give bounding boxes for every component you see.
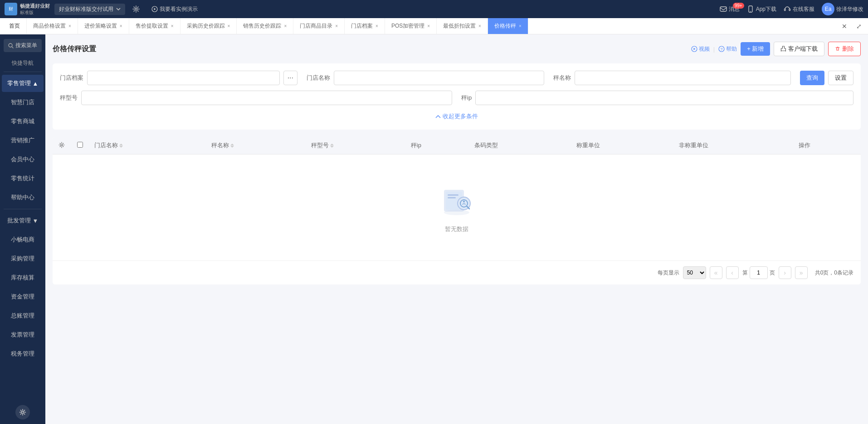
delete-button[interactable]: 删除 xyxy=(828,42,861,56)
sort-scale-name[interactable]: 秤名称 xyxy=(211,141,300,149)
page-number-input[interactable] xyxy=(750,266,768,279)
tab-price-settings[interactable]: 商品价格设置 × xyxy=(27,18,78,34)
svg-rect-5 xyxy=(785,9,786,11)
sort-scale-model[interactable]: 秤型号 xyxy=(311,141,400,149)
sidebar-item-tax[interactable]: 税务管理 xyxy=(2,345,44,362)
tab-close-sale-history[interactable]: × xyxy=(284,24,287,29)
tab-close-purchase-strategy[interactable]: × xyxy=(120,24,122,29)
message-icon xyxy=(720,5,727,13)
app-download-button[interactable]: App下载 xyxy=(747,5,776,13)
per-page-select[interactable]: 10 20 50 100 xyxy=(683,266,706,279)
help-button[interactable]: ? 帮助 xyxy=(718,45,737,53)
empty-state: 暂无数据 xyxy=(53,154,861,260)
svg-point-9 xyxy=(22,411,24,414)
prev-page-button[interactable]: ‹ xyxy=(726,266,739,279)
message-button[interactable]: 消息 99+ xyxy=(720,5,740,13)
sidebar-item-ledger[interactable]: 总账管理 xyxy=(2,307,44,324)
sidebar-quick-nav[interactable]: 快捷导航 xyxy=(0,57,45,70)
th-store-name: 门店名称 xyxy=(89,137,206,154)
page-title: 价格传秤设置 xyxy=(53,44,96,54)
version-selector[interactable]: 好业财标准版交付试用 xyxy=(54,4,125,15)
sidebar-item-retail-stats[interactable]: 零售统计 xyxy=(2,170,44,187)
first-page-button[interactable]: « xyxy=(710,266,722,279)
collapse-button[interactable]: 收起更多条件 xyxy=(434,111,480,122)
per-page-label: 每页显示 xyxy=(658,269,679,277)
pagination-bar: 每页显示 10 20 50 100 « ‹ 算 页 › » 共0页，0条记录 xyxy=(53,260,861,284)
store-file-dots-button[interactable]: ··· xyxy=(283,71,297,85)
sidebar-item-wholesale[interactable]: 批发管理 ▼ xyxy=(2,212,44,229)
content-area: 价格传秤设置 视频 | ? 帮助 xyxy=(45,34,868,424)
tab-close-price-scale[interactable]: × xyxy=(519,24,522,29)
scale-ip-label: 秤ip xyxy=(461,94,472,102)
sidebar-item-smart-store[interactable]: 智慧门店 xyxy=(2,94,44,111)
tab-expand-button[interactable]: ⤢ xyxy=(853,20,865,33)
add-button[interactable]: + 新增 xyxy=(741,42,770,56)
total-info: 共0页，0条记录 xyxy=(815,269,853,277)
demo-button[interactable]: 我要看实例演示 xyxy=(151,5,198,13)
video-icon xyxy=(691,46,697,52)
search-button[interactable]: 查询 xyxy=(800,71,824,85)
sidebar-item-purchase[interactable]: 采购管理 xyxy=(2,250,44,267)
scale-name-input[interactable] xyxy=(575,71,791,85)
last-page-button[interactable]: » xyxy=(795,266,808,279)
tab-bar-actions: ✕ ⤢ xyxy=(838,20,865,33)
th-settings xyxy=(53,137,71,154)
play-icon xyxy=(151,6,158,12)
sidebar-item-invoice[interactable]: 发票管理 xyxy=(2,326,44,343)
svg-text:?: ? xyxy=(721,47,723,52)
tab-close-purchase-history[interactable]: × xyxy=(228,24,230,29)
sidebar-item-retail[interactable]: 零售管理 ▲ xyxy=(2,75,44,92)
app-sub: 标准版 xyxy=(20,10,50,16)
tab-store-catalog[interactable]: 门店商品目录 × xyxy=(293,18,345,34)
version-label: 好业财标准版交付试用 xyxy=(59,5,113,13)
store-name-input[interactable] xyxy=(334,71,544,85)
settings-filter-button[interactable]: 设置 xyxy=(828,71,853,85)
tab-sale-history[interactable]: 销售历史价跟踪 × xyxy=(237,18,293,34)
online-service-button[interactable]: 在线客服 xyxy=(784,5,814,13)
gear-icon xyxy=(132,5,140,13)
tab-sale-extract[interactable]: 售价提取设置 × xyxy=(129,18,180,34)
th-scale-ip: 秤ip xyxy=(405,137,469,154)
scale-model-input[interactable] xyxy=(81,91,452,105)
sidebar-item-help[interactable]: 帮助中心 xyxy=(2,189,44,206)
store-file-input[interactable] xyxy=(87,71,280,85)
tab-close-sale-extract[interactable]: × xyxy=(171,24,174,29)
sidebar-item-retail-mall[interactable]: 零售商城 xyxy=(2,113,44,130)
help-label: 帮助 xyxy=(726,45,737,53)
tab-price-scale[interactable]: 价格传秤 × xyxy=(488,18,528,34)
tab-pos-manage[interactable]: POS加密管理 × xyxy=(385,18,437,34)
sort-store-name[interactable]: 门店名称 xyxy=(94,141,200,149)
sidebar-gear-button[interactable] xyxy=(15,405,30,419)
tab-close-button[interactable]: ✕ xyxy=(838,20,851,33)
tab-close-price-settings[interactable]: × xyxy=(68,24,71,29)
next-page-button[interactable]: › xyxy=(779,266,791,279)
tab-close-store-files[interactable]: × xyxy=(375,24,378,29)
tab-store-files[interactable]: 门店档案 × xyxy=(345,18,385,34)
sidebar-item-ecommerce[interactable]: 小畅电商 xyxy=(2,231,44,248)
sidebar-item-marketing[interactable]: 营销推广 xyxy=(2,132,44,149)
wholesale-label: 批发管理 xyxy=(7,217,31,225)
sidebar-item-inventory[interactable]: 库存核算 xyxy=(2,269,44,286)
tab-min-discount[interactable]: 最低折扣设置 × xyxy=(437,18,488,34)
sidebar-divider-1 xyxy=(4,72,42,72)
tab-close-pos-manage[interactable]: × xyxy=(427,24,430,29)
video-button[interactable]: 视频 xyxy=(691,45,710,53)
user-menu-button[interactable]: Ea 徐泽华修改 xyxy=(822,3,863,15)
tab-purchase-history[interactable]: 采购历史价跟踪 × xyxy=(180,18,237,34)
sort-icon-scale xyxy=(230,144,234,148)
settings-button[interactable] xyxy=(130,3,142,15)
store-file-label: 门店档案 xyxy=(60,74,83,82)
select-all-checkbox[interactable] xyxy=(77,142,83,148)
column-settings-icon[interactable] xyxy=(59,142,65,148)
tab-purchase-strategy[interactable]: 进价策略设置 × xyxy=(78,18,129,34)
scale-ip-input[interactable] xyxy=(475,91,853,105)
svg-point-13 xyxy=(61,144,63,146)
th-non-weight-unit: 非称重单位 xyxy=(673,137,793,154)
tab-home[interactable]: 首页 xyxy=(3,18,27,34)
tab-close-store-catalog[interactable]: × xyxy=(335,24,338,29)
sidebar-item-finance[interactable]: 资金管理 xyxy=(2,288,44,305)
tab-close-min-discount[interactable]: × xyxy=(478,24,481,29)
download-button[interactable]: 凸 客户端下载 xyxy=(774,42,824,56)
sidebar-item-member[interactable]: 会员中心 xyxy=(2,151,44,168)
search-menu-button[interactable]: 搜索菜单 xyxy=(4,39,42,52)
